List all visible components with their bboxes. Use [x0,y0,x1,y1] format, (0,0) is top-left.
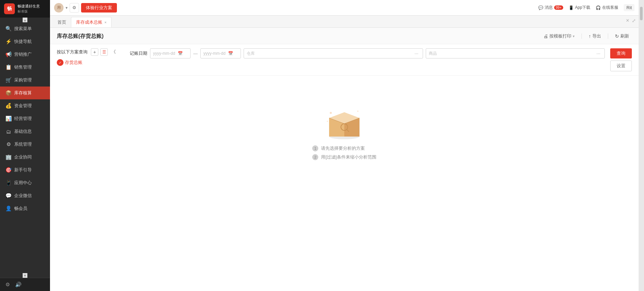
query-buttons: 查询 设置 [610,48,632,71]
system-icon: ⚙ [5,141,11,147]
print-dropdown-icon: ▾ [573,34,575,39]
warehouse-selector[interactable]: 仓库 ··· [244,48,423,58]
topbar: 用 ▾ ⚙ 体验行业方案 💬 消息 99+ 📱 App下载 🎧 在线客服 [50,0,639,16]
sidebar-item-finance[interactable]: 💰 资金管理 [0,99,50,112]
hint-num-1: 1 [312,145,318,151]
logo-icon: 畅 [4,3,15,14]
date-end-input[interactable]: yyyy-mm-dd 📅 [200,48,241,58]
sidebar: 畅 畅捷通好生意 标准版 ▲ 🔍 搜索菜单 ⚡ 快捷导航 📢 营销推广 📋 销售… [0,0,50,291]
product-more-icon[interactable]: ··· [595,51,602,56]
sidebar-scroll-down[interactable]: ▼ [23,273,27,278]
filter-settings-button[interactable]: 设置 [610,60,632,71]
app-name: 畅捷通好生意 [18,4,40,9]
panel-resize-icon[interactable]: ⤢ [632,18,636,23]
empty-hints: 1 请先选择要分析的方案 2 用[过滤]条件来缩小分析范围 [312,145,376,160]
user-avatar-area[interactable]: 用 [54,3,64,13]
product-selector[interactable]: 商品 ··· [426,48,605,58]
export-button[interactable]: ↑ 导出 [586,32,604,41]
sidebar-item-label: 基础信息 [14,128,32,135]
svg-point-8 [357,111,358,112]
sidebar-item-inventory[interactable]: 📦 库存核算 [0,87,50,99]
sidebar-scroll-up[interactable]: ▲ [23,18,27,22]
user-name[interactable]: Rit [624,4,635,11]
sidebar-item-label: 应用中心 [14,180,32,186]
footer-settings-icon[interactable]: ⚙ [5,282,10,288]
empty-hint-2: 2 用[过滤]条件来缩小分析范围 [312,154,376,160]
user-dropdown-icon[interactable]: ▾ [66,5,68,10]
date-separator: — [193,51,198,56]
product-label: 商品 [429,51,437,56]
schema-item-label[interactable]: 存货总账 [65,59,82,66]
tab-inventory-ledger[interactable]: 库存成本总账 × [71,17,112,27]
date-start-input[interactable]: yyyy-mm-dd 📅 [150,48,191,58]
tab-active-label: 库存成本总账 [76,19,102,25]
tab-home[interactable]: 首页 [53,17,71,27]
empty-illustration [321,103,368,140]
filter-group-date: 记账日期 yyyy-mm-dd 📅 — yyyy-mm-dd 📅 仓库 ··· [130,48,605,58]
svg-point-7 [330,112,332,114]
sidebar-item-marketing[interactable]: 📢 营销推广 [0,48,50,61]
newbie-icon: 🎯 [5,167,11,173]
query-button[interactable]: 查询 [610,48,632,58]
page-content: 库存总账(存货总账) 🖨 按模板打印 ▾ ↑ 导出 ↻ 刷新 [50,28,639,291]
sidebar-menu: 🔍 搜索菜单 ⚡ 快捷导航 📢 营销推广 📋 销售管理 🛒 采购管理 📦 库存核… [0,22,50,273]
sidebar-item-enterprise[interactable]: 🏢 企业协同 [0,151,50,164]
sidebar-item-label: 经营管理 [14,116,32,122]
panel-close-icon[interactable]: × [626,18,629,24]
app-download-label: App下载 [575,5,590,10]
settings-button[interactable]: ⚙ [70,3,79,13]
sidebar-item-label: 营销推广 [14,51,32,57]
purchase-icon: 🛒 [5,77,11,83]
sidebar-item-member[interactable]: 👤 畅会员 [0,202,50,215]
operations-icon: 📊 [5,116,11,122]
filter-label: 按以下方案查询 [57,49,88,55]
headset-icon: 🎧 [596,5,601,10]
sidebar-item-label: 搜索菜单 [14,26,32,32]
warehouse-more-icon[interactable]: ··· [413,51,420,56]
export-label: 导出 [592,33,601,39]
sidebar-item-newbie[interactable]: 🎯 新手引导 [0,164,50,176]
refresh-button[interactable]: ↻ 刷新 [612,32,632,41]
message-button[interactable]: 💬 消息 99+ [538,5,563,10]
page-header: 库存总账(存货总账) 🖨 按模板打印 ▾ ↑ 导出 ↻ 刷新 [50,28,639,44]
sidebar-item-purchase[interactable]: 🛒 采购管理 [0,74,50,87]
main-content: 用 ▾ ⚙ 体验行业方案 💬 消息 99+ 📱 App下载 🎧 在线客服 [50,0,639,291]
sidebar-item-operations[interactable]: 📊 经营管理 [0,112,50,125]
scrollbar-thumb[interactable] [640,7,643,20]
online-support-button[interactable]: 🎧 在线客服 [596,5,618,10]
filter-schema-button[interactable]: ☰ [100,48,108,56]
message-badge: 99+ [554,5,563,10]
app-logo: 畅 畅捷通好生意 标准版 [0,0,50,18]
sidebar-item-label: 企业协同 [14,154,32,160]
sidebar-item-label: 新手引导 [14,167,32,173]
date-end-placeholder: yyyy-mm-dd [203,51,225,56]
action-divider-1 [581,33,582,39]
empty-hint-1: 1 请先选择要分析的方案 [312,145,376,151]
message-label: 消息 [545,5,553,10]
sidebar-item-app-center[interactable]: 📱 应用中心 [0,176,50,189]
filter-add-button[interactable]: + [91,48,98,56]
export-icon: ↑ [589,33,591,39]
quick-nav-icon: ⚡ [5,39,11,45]
message-icon: 💬 [538,5,543,10]
svg-point-9 [327,121,328,122]
sidebar-item-system[interactable]: ⚙ 系统管理 [0,138,50,151]
app-download-button[interactable]: 📱 App下载 [569,5,590,10]
inventory-icon: 📦 [5,90,11,96]
app-version: 标准版 [18,9,40,14]
sidebar-item-quick-nav[interactable]: ⚡ 快捷导航 [0,35,50,48]
print-button[interactable]: 🖨 按模板打印 ▾ [541,32,577,41]
footer-audio-icon[interactable]: 🔊 [15,282,22,288]
app-center-icon: 📱 [5,180,11,186]
filter-collapse-button[interactable]: 《 [110,48,117,56]
online-support-label: 在线客服 [602,5,618,10]
sidebar-item-label: 畅会员 [14,205,27,212]
sidebar-item-search-menu[interactable]: 🔍 搜索菜单 [0,22,50,35]
sidebar-item-weixin[interactable]: 💬 企业微信 [0,189,50,202]
sidebar-item-basics[interactable]: 🗂 基础信息 [0,125,50,138]
right-scrollbar[interactable] [639,0,644,291]
tab-close-icon[interactable]: × [104,21,106,24]
trial-button[interactable]: 体验行业方案 [81,3,117,13]
finance-icon: 💰 [5,103,11,109]
sidebar-item-sales[interactable]: 📋 销售管理 [0,61,50,74]
